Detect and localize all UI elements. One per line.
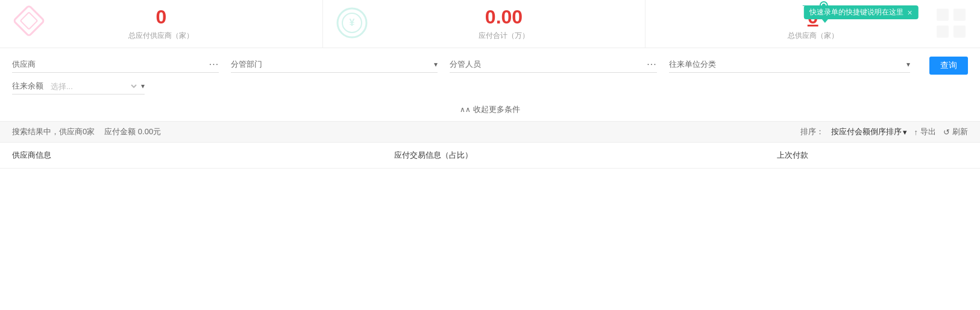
filter-row-1: 供应商 ··· 分管部门 ▾ 分管人员 ··· 往来单位分类 ▾ 查询 <box>12 57 968 75</box>
unit-class-field: 往来单位分类 ▾ <box>669 59 910 73</box>
sort-select[interactable]: 按应付会额倒序排序 ▾ <box>831 126 907 137</box>
all-suppliers-stat: 快速录单的快捷键说明在这里 × 0 总供应商（家） <box>645 0 980 48</box>
collapse-label: 收起更多条件 <box>473 104 520 115</box>
export-label: 导出 <box>920 126 936 137</box>
sort-label: 排序： <box>800 126 824 137</box>
payable-total-label: 应付合计（万） <box>479 31 529 41</box>
col-last-payment: 上次付款 <box>777 150 968 161</box>
person-field: 分管人员 ··· <box>450 59 656 73</box>
export-icon: ↑ <box>914 128 919 137</box>
svg-rect-1 <box>20 12 37 29</box>
amount-text: 应付金额 0.00元 <box>104 126 161 137</box>
results-summary: 搜索结果中，供应商0家 应付金额 0.00元 <box>12 126 161 137</box>
supplier-label: 供应商 <box>12 59 36 70</box>
svg-rect-5 <box>937 8 949 20</box>
supplier-more-btn[interactable]: ··· <box>209 59 219 70</box>
department-input[interactable] <box>267 60 432 69</box>
department-label: 分管部门 <box>231 59 262 70</box>
collapse-up-icon: ∧∧ <box>460 105 471 114</box>
table-header: 供应商信息 应付交易信息（占比） 上次付款 <box>0 143 980 169</box>
col-payable-info: 应付交易信息（占比） <box>394 150 776 161</box>
refresh-button[interactable]: ↺ 刷新 <box>943 126 968 137</box>
export-button[interactable]: ↑ 导出 <box>914 126 937 137</box>
coin-icon: ¥ <box>335 6 369 42</box>
person-label: 分管人员 <box>450 59 481 70</box>
shortcut-tooltip: 快速录单的快捷键说明在这里 × <box>803 5 918 19</box>
unit-class-label: 往来单位分类 <box>669 59 716 70</box>
suppliers-count-text: 搜索结果中，供应商0家 <box>12 126 95 137</box>
col-supplier-info: 供应商信息 <box>12 150 394 161</box>
refresh-icon: ↺ <box>943 128 950 137</box>
total-suppliers-stat: 0 总应付供应商（家） <box>0 0 323 48</box>
unit-class-input[interactable] <box>721 60 904 69</box>
tooltip-close-btn[interactable]: × <box>907 8 912 17</box>
unit-class-chevron-icon[interactable]: ▾ <box>906 60 910 69</box>
supplier-field: 供应商 ··· <box>12 59 219 73</box>
balance-chevron-icon[interactable]: ▾ <box>141 82 145 90</box>
balance-label: 往来余额 <box>12 81 43 91</box>
person-input[interactable] <box>486 60 644 69</box>
supplier-input[interactable] <box>41 60 207 69</box>
balance-field: 往来余额 选择... ▾ <box>12 81 145 95</box>
sort-chevron-icon: ▾ <box>903 128 907 137</box>
svg-rect-6 <box>953 8 966 20</box>
filter-row-2: 往来余额 选择... ▾ <box>12 81 968 95</box>
person-more-btn[interactable]: ··· <box>647 59 656 70</box>
total-suppliers-label: 总应付供应商（家） <box>128 31 193 41</box>
filter-bar: 供应商 ··· 分管部门 ▾ 分管人员 ··· 往来单位分类 ▾ 查询 往来余额 <box>0 48 980 122</box>
svg-text:¥: ¥ <box>349 17 354 28</box>
svg-rect-7 <box>937 25 949 37</box>
tile-bg-icon <box>934 6 968 42</box>
department-field: 分管部门 ▾ <box>231 59 438 73</box>
tooltip-text: 快速录单的快捷键说明在这里 <box>809 7 903 17</box>
table-body <box>0 169 980 310</box>
svg-rect-8 <box>953 25 966 37</box>
collapse-button[interactable]: ∧∧ 收起更多条件 <box>12 101 968 121</box>
department-chevron-icon[interactable]: ▾ <box>434 60 438 69</box>
refresh-label: 刷新 <box>952 126 968 137</box>
balance-select[interactable]: 选择... <box>48 81 139 91</box>
payable-total-stat: ¥ 0.00 应付合计（万） <box>323 0 646 48</box>
diamond-bg-icon <box>12 4 46 44</box>
total-suppliers-count: 0 <box>155 7 166 28</box>
stats-bar: 0 总应付供应商（家） ¥ 0.00 应付合计（万） 快速录单的快捷键说明在这里… <box>0 0 980 48</box>
results-bar: 搜索结果中，供应商0家 应付金额 0.00元 排序： 按应付会额倒序排序 ▾ ↑… <box>0 122 980 143</box>
sort-value: 按应付会额倒序排序 <box>831 126 902 137</box>
query-button[interactable]: 查询 <box>929 57 968 75</box>
results-actions: 排序： 按应付会额倒序排序 ▾ ↑ 导出 ↺ 刷新 <box>800 126 969 137</box>
all-suppliers-label: 总供应商（家） <box>788 31 838 41</box>
payable-total-count: 0.00 <box>485 7 523 28</box>
svg-rect-0 <box>14 5 45 36</box>
